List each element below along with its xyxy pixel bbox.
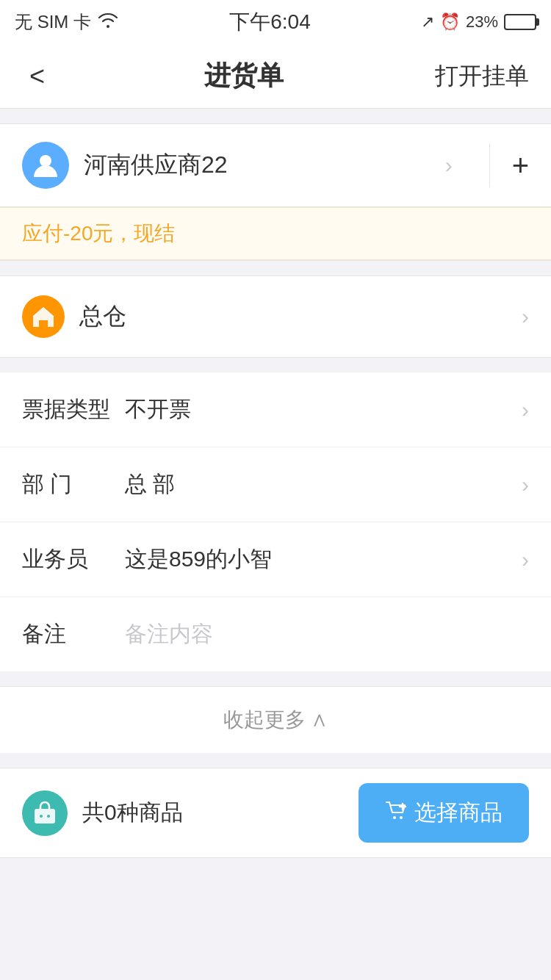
invoice-chevron-icon: › (522, 397, 529, 422)
battery-percent: 23% (466, 12, 498, 32)
svg-point-4 (47, 815, 50, 818)
open-pending-button[interactable]: 打开挂单 (435, 60, 529, 93)
status-right: ↗ ⏰ 23% (421, 12, 536, 32)
department-value: 总 部 (125, 469, 514, 500)
product-icon (22, 790, 68, 836)
warehouse-icon (22, 295, 65, 338)
carrier-label: 无 SIM 卡 (15, 10, 91, 34)
back-button[interactable]: < (22, 54, 52, 99)
status-bar: 无 SIM 卡 下午6:04 ↗ ⏰ 23% (0, 0, 551, 44)
warehouse-row[interactable]: 总仓 › (0, 275, 551, 358)
svg-rect-2 (35, 809, 55, 824)
invoice-value: 不开票 (125, 394, 514, 425)
svg-point-6 (400, 816, 403, 819)
page-title: 进货单 (204, 58, 284, 94)
supplier-avatar (22, 142, 69, 189)
select-product-icon (385, 801, 407, 825)
collapse-button[interactable]: 收起更多 ∧ (0, 686, 551, 753)
status-left: 无 SIM 卡 (15, 10, 119, 34)
svg-point-5 (393, 816, 396, 819)
form-row-salesperson[interactable]: 业务员 这是859的小智 › (0, 522, 551, 597)
form-row-department[interactable]: 部 门 总 部 › (0, 447, 551, 522)
warehouse-chevron-icon: › (522, 304, 529, 329)
add-supplier-button[interactable]: + (505, 149, 536, 182)
supplier-chevron-icon: › (445, 153, 453, 178)
select-product-button[interactable]: 选择商品 (359, 783, 529, 843)
form-row-remark[interactable]: 备注 备注内容 (0, 597, 551, 671)
svg-point-3 (40, 815, 43, 818)
product-bar: 共0种商品 选择商品 (0, 768, 551, 858)
salesperson-value: 这是859的小智 (125, 544, 514, 574)
alarm-icon: ⏰ (440, 12, 460, 32)
supplier-name: 河南供应商22 (84, 149, 438, 181)
nav-bar: < 进货单 打开挂单 (0, 44, 551, 109)
svg-point-0 (40, 155, 51, 167)
select-product-label: 选择商品 (414, 798, 503, 828)
remark-label: 备注 (22, 619, 125, 649)
invoice-label: 票据类型 (22, 394, 125, 425)
supplier-selector[interactable]: 河南供应商22 › (0, 124, 475, 206)
battery-icon (504, 14, 536, 30)
salesperson-label: 业务员 (22, 544, 125, 574)
location-icon: ↗ (421, 12, 434, 32)
notice-bar: 应付-20元，现结 (0, 207, 551, 260)
supplier-divider (489, 143, 490, 187)
department-label: 部 门 (22, 469, 125, 500)
section-gap-1 (0, 109, 551, 123)
supplier-row[interactable]: 河南供应商22 › + (0, 124, 551, 207)
form-section: 票据类型 不开票 › 部 门 总 部 › 业务员 这是859的小智 › 备注 备… (0, 372, 551, 671)
svg-rect-1 (39, 320, 48, 327)
form-row-invoice[interactable]: 票据类型 不开票 › (0, 372, 551, 447)
notice-text: 应付-20元，现结 (22, 222, 175, 245)
wifi-icon (97, 12, 119, 32)
remark-input[interactable]: 备注内容 (125, 619, 529, 649)
collapse-label: 收起更多 ∧ (223, 708, 328, 731)
time-label: 下午6:04 (229, 8, 311, 36)
product-count-label: 共0种商品 (82, 798, 359, 828)
department-chevron-icon: › (522, 472, 529, 497)
warehouse-name: 总仓 (79, 300, 514, 333)
salesperson-chevron-icon: › (522, 547, 529, 572)
supplier-section: 河南供应商22 › + 应付-20元，现结 (0, 123, 551, 261)
